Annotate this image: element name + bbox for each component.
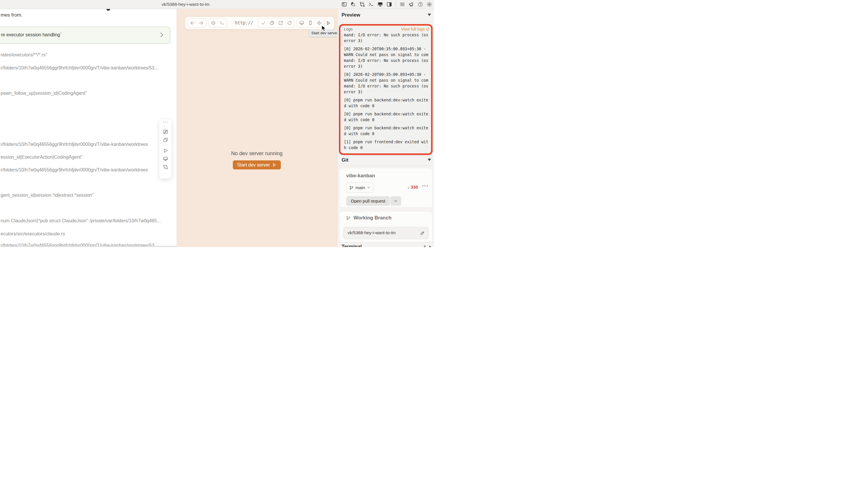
view-full-logs-link[interactable]: View full logs	[401, 27, 430, 31]
git-title: Git	[342, 157, 348, 163]
log-entry: [0] pnpm run backend:dev:watch exite d w…	[344, 97, 430, 109]
chevron-right-icon	[159, 32, 164, 38]
edit-pencil-icon[interactable]	[420, 230, 425, 237]
monitor-icon[interactable]	[377, 1, 384, 8]
log-entry: [0] pnpm run backend:dev:watch exite d w…	[344, 111, 430, 123]
working-branch-field[interactable]: vk/5388-hey-i-want-to-im	[343, 227, 429, 239]
log-path-line: rates/executors/**/*.rs"	[1, 52, 47, 58]
terminal-icon[interactable]	[219, 19, 225, 27]
preview-title: Preview	[342, 12, 360, 18]
chevron-down-icon	[394, 199, 398, 203]
log-path-line: pawn_follow_up|session_id|CodingAgent"	[1, 91, 87, 96]
git-compare-icon[interactable]	[359, 1, 366, 8]
divider	[338, 22, 434, 22]
layout-columns-icon[interactable]	[341, 1, 348, 8]
log-path-line: gent_session_id|session.*id|extract.*ses…	[1, 193, 94, 198]
log-entry: [0] 2026-02-20T00:35:00.893+05:30 - WARN…	[344, 72, 430, 95]
start-dev-server-button[interactable]: Start dev server	[233, 160, 281, 169]
check-icon[interactable]	[260, 19, 267, 27]
log-path-line: r/folders/10/h7w0q46556ggr9hrfchfjdvr000…	[1, 65, 158, 71]
actions-group	[258, 18, 295, 27]
git-compare-icon[interactable]	[161, 163, 170, 171]
log-path-line: ecutors/src/executors/claude.rs	[1, 231, 65, 236]
forward-icon[interactable]	[198, 19, 204, 27]
prompt-card-text: re executor session handling`	[1, 32, 62, 37]
window-title: vk/5388-hey-i-want-to-im	[162, 0, 210, 9]
copy-icon[interactable]	[161, 136, 170, 144]
divider	[338, 166, 434, 166]
terminal-icon[interactable]	[368, 1, 375, 8]
divider	[162, 126, 169, 127]
logs-panel: Logs View full logs mand: I/O error: No …	[339, 24, 433, 155]
title-bar: vk/5388-hey-i-want-to-im	[0, 0, 434, 9]
log-path-line: ession_id|ExecutorAction|CodingAgent"	[1, 155, 82, 160]
prompt-card[interactable]: re executor session handling`	[0, 27, 170, 43]
git-section-header[interactable]: Git	[338, 156, 434, 170]
play-icon	[272, 163, 277, 167]
more-menu-icon[interactable]: ···	[422, 183, 429, 189]
log-path-line: r/folders/10/h7w0q46556ggr9hrfchfjdvr000…	[1, 142, 148, 147]
back-icon[interactable]	[189, 19, 196, 27]
preview-section-header[interactable]: Preview	[338, 9, 434, 22]
collapse-caret-icon[interactable]	[428, 14, 431, 16]
status-message: No dev server running	[176, 151, 337, 157]
dev-server-empty-state: No dev server running Start dev server	[176, 151, 337, 169]
floating-action-bar[interactable]	[159, 119, 172, 179]
log-entry: [0] 2026-02-20T00:35:00.893+05:30 - WARN…	[344, 46, 430, 70]
crosshair-icon[interactable]	[210, 19, 216, 27]
browser-toolbar	[185, 17, 334, 30]
open-pull-request-button[interactable]: Open pull request	[346, 196, 390, 206]
drag-handle-icon[interactable]	[163, 121, 168, 122]
url-input[interactable]	[234, 20, 255, 26]
log-entry: [1] pnpm run frontend:dev exited wit h c…	[344, 139, 430, 151]
conversation-panel[interactable]: mes from. re executor session handling` …	[0, 9, 176, 247]
side-panel: Preview Logs View full logs mand: I/O er…	[337, 9, 434, 247]
horizontal-scrollbar[interactable]	[1, 246, 176, 247]
inspect-group	[208, 18, 227, 27]
pr-options-button[interactable]	[391, 196, 401, 206]
nav-group	[187, 18, 206, 27]
message-text-tail: mes from.	[1, 12, 23, 18]
collapse-caret-icon[interactable]	[428, 159, 431, 161]
mouse-cursor	[321, 25, 327, 33]
scrolled-avatar-fragment	[107, 9, 110, 11]
monitor-icon[interactable]	[161, 155, 170, 163]
toolbar-divider	[396, 2, 396, 7]
branch-selector[interactable]: main	[346, 183, 374, 193]
panel-right-icon[interactable]	[386, 1, 393, 8]
external-link-icon	[426, 27, 430, 31]
help-icon[interactable]	[417, 1, 424, 8]
title-bar-actions	[341, 0, 433, 9]
selection-off-icon[interactable]	[161, 128, 170, 136]
logs-scrollbar-thumb[interactable]	[341, 33, 343, 46]
menu-icon[interactable]	[399, 1, 406, 8]
log-path-line: r/folders/10/h7w0q46556ggr9hrfchfjdvr000…	[1, 167, 148, 173]
chevron-down-icon	[367, 186, 370, 189]
branch-name: main	[356, 185, 365, 190]
log-entry: [0] pnpm run backend:dev:watch exite d w…	[344, 125, 430, 137]
play-icon[interactable]	[161, 147, 170, 155]
desktop-icon[interactable]	[299, 19, 305, 27]
log-entry: mand: I/O error: No such process (os err…	[344, 32, 430, 44]
terminal-section-header[interactable]: Terminal	[338, 242, 434, 247]
megaphone-icon[interactable]	[408, 1, 415, 8]
messages-icon[interactable]	[350, 1, 357, 8]
expand-icon[interactable]	[421, 245, 427, 247]
logs-scroll-area[interactable]: mand: I/O error: No such process (os err…	[344, 32, 430, 153]
working-branch-card: Working Branch vk/5388-hey-i-want-to-im	[339, 211, 433, 242]
terminal-title: Terminal	[342, 244, 362, 247]
repo-name: vibe-kanban	[346, 173, 375, 179]
divider	[162, 145, 169, 145]
working-branch-title: Working Branch	[354, 215, 392, 221]
git-card: vibe-kanban main ↓ 330 ··· Open pull req…	[339, 168, 433, 208]
working-branch-value: vk/5388-hey-i-want-to-im	[348, 230, 396, 235]
external-link-icon[interactable]	[278, 19, 284, 27]
mobile-icon[interactable]	[307, 19, 314, 27]
copy-icon[interactable]	[269, 19, 275, 27]
settings-gear-icon[interactable]	[426, 1, 433, 8]
refresh-icon[interactable]	[286, 19, 293, 27]
device-group	[297, 18, 324, 27]
log-path-line: num ClaudeJson\|^pub struct ClaudeJson" …	[1, 218, 161, 224]
git-branch-icon	[350, 186, 354, 190]
collapse-right-caret-icon[interactable]	[429, 246, 432, 247]
